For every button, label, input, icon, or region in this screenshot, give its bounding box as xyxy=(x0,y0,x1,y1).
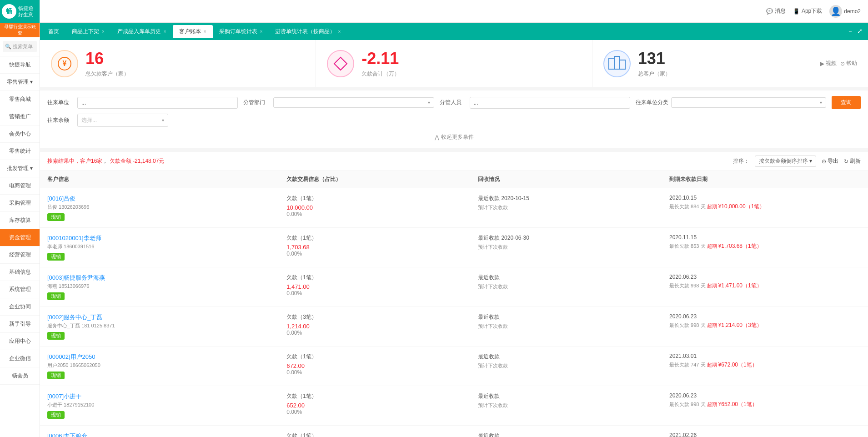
sidebar-item-basic-info[interactable]: 基础信息 xyxy=(0,264,40,281)
owing-amount-value: -2.11 xyxy=(361,49,400,68)
overdue-amount[interactable]: ¥652.00（1笔） xyxy=(718,401,758,407)
customer-name-link[interactable]: [000002]用户2050 xyxy=(47,353,286,361)
sidebar-item-system[interactable]: 系统管理 xyxy=(0,281,40,298)
search-button[interactable]: 查询 xyxy=(832,96,861,109)
sidebar-item-label: 系统管理 xyxy=(9,286,31,292)
sidebar-item-operations[interactable]: 经营管理 xyxy=(0,246,40,264)
debt-info-cell: 欠款（3笔） 1,214.00 0.00% xyxy=(286,313,478,336)
due-date: 2020.11.15 xyxy=(669,234,861,241)
sidebar-item-retail-mgmt[interactable]: 零售管理 ▾ xyxy=(0,74,40,91)
minimize-icon[interactable]: － xyxy=(847,27,853,35)
user-profile[interactable]: 👤 demo2 xyxy=(829,5,861,18)
collapse-button[interactable]: ⋀ 收起更多条件 xyxy=(47,131,861,143)
sidebar-item-corp-wechat[interactable]: 企业微信 xyxy=(0,350,40,367)
tab-customer-account[interactable]: 客户账本 × xyxy=(173,25,213,38)
recovery-next: 预计下次收款 xyxy=(478,204,669,211)
overdue-amount[interactable]: ¥672.00（1笔） xyxy=(718,362,758,368)
source-unit-input[interactable]: ... xyxy=(77,97,238,109)
sidebar-item-label: 快捷导航 xyxy=(9,61,31,68)
stat-card-info: 16 总欠款客户（家） xyxy=(85,49,129,78)
sidebar-item-retail-stats[interactable]: 零售统计 xyxy=(0,143,40,160)
sidebar-item-quick-nav[interactable]: 快捷导航 xyxy=(0,56,40,74)
close-icon[interactable]: × xyxy=(102,29,105,34)
message-icon: 💬 xyxy=(766,8,773,15)
customer-name-link[interactable]: [0002]服务中心_丁磊 xyxy=(47,313,286,321)
export-button[interactable]: ⊙ 导出 xyxy=(822,157,838,165)
overdue-amount[interactable]: ¥1,214.00（3笔） xyxy=(718,322,762,328)
sidebar-item-members[interactable]: 会员中心 xyxy=(0,126,40,143)
expand-icon[interactable]: ⤢ xyxy=(857,27,863,35)
debt-pct: 0.00% xyxy=(286,290,478,296)
tab-label: 采购订单统计表 xyxy=(219,28,257,35)
debt-count: 欠款（1笔） xyxy=(286,432,478,437)
svg-rect-5 xyxy=(620,60,625,69)
tab-inbound-stats[interactable]: 进货单统计表（按商品） × xyxy=(269,25,347,38)
customer-name-link[interactable]: [0016]吕俊 xyxy=(47,195,286,203)
debt-pct: 0.00% xyxy=(286,409,478,415)
result-info: 搜索结果中，客户16家， 欠款金额 -21,148.07元 xyxy=(47,157,164,165)
search-menu-button[interactable]: 🔍 搜索菜单 xyxy=(3,41,37,52)
owing-customers-icon: ¥ xyxy=(51,50,78,77)
collapse-label: 收起更多条件 xyxy=(441,133,474,141)
sidebar-item-label: 库存核算 xyxy=(9,217,31,223)
debt-amount: 1,703.68 xyxy=(286,244,478,251)
recovery-next: 预计下次收款 xyxy=(478,283,669,290)
customer-name-link[interactable]: [0007]小进干 xyxy=(47,392,286,401)
sidebar-item-corp-collab[interactable]: 企业协同 xyxy=(0,298,40,316)
category-select[interactable]: ▾ xyxy=(671,97,826,108)
customer-name-link[interactable]: [0006]去下粮仓 xyxy=(47,432,286,437)
sidebar-item-inventory[interactable]: 库存核算 xyxy=(0,212,40,229)
message-button[interactable]: 💬 消息 xyxy=(766,7,786,15)
overdue-amount[interactable]: ¥1,471.00（1笔） xyxy=(718,282,762,289)
refresh-button[interactable]: ↻ 刷新 xyxy=(844,157,861,165)
help-button[interactable]: ⊙ 帮助 xyxy=(840,60,857,67)
sidebar-item-vip-member[interactable]: 畅会员 xyxy=(0,367,40,385)
sort-select[interactable]: 按欠款金额倒序排序 ▾ xyxy=(755,156,816,167)
svg-text:¥: ¥ xyxy=(63,60,67,67)
stat-card-info: -2.11 欠款合计（万） xyxy=(361,49,400,78)
overdue-label: 超期 xyxy=(707,204,717,209)
sidebar-item-batch-mgmt[interactable]: 批发管理 ▾ xyxy=(0,160,40,177)
chevron-down-icon: ▾ xyxy=(30,79,33,85)
tab-product-history[interactable]: 产成品入库单历史 × xyxy=(111,25,173,38)
customer-name-link[interactable]: [0001020001]李老师 xyxy=(47,234,286,242)
recovery-next: 预计下次收款 xyxy=(478,362,669,369)
sidebar-item-ecommerce[interactable]: 电商管理 xyxy=(0,177,40,195)
app-download-button[interactable]: 📱 App下载 xyxy=(793,7,822,15)
overdue-amount[interactable]: ¥1,703.68（1笔） xyxy=(718,243,762,249)
sidebar-item-new-guide[interactable]: 新手引导 xyxy=(0,316,40,333)
recovery-cell: 最近收款 预计下次收款 xyxy=(478,313,669,330)
due-date: 2020.06.23 xyxy=(669,313,861,320)
video-icon: ▶ xyxy=(820,60,824,67)
balance-select[interactable]: 选择... ▾ xyxy=(77,114,168,127)
customer-contact: 小进干 18279152100 xyxy=(47,402,286,408)
page-content: ¥ 16 总欠款客户（家） -2.11 欠款合计（万） xyxy=(40,40,868,437)
sidebar-item-marketing[interactable]: 营销推广 xyxy=(0,108,40,126)
close-icon[interactable]: × xyxy=(260,29,263,34)
customer-name-link[interactable]: [0003]畅捷服务尹海燕 xyxy=(47,274,286,282)
close-icon[interactable]: × xyxy=(164,29,166,34)
tab-product-offshelf[interactable]: 商品上下架 × xyxy=(65,25,111,38)
sidebar-item-app-center[interactable]: 应用中心 xyxy=(0,333,40,350)
tab-home[interactable]: 首页 xyxy=(42,25,65,38)
video-button[interactable]: ▶ 视频 xyxy=(820,60,837,67)
close-icon[interactable]: × xyxy=(338,29,341,34)
customer-info-cell: [0003]畅捷服务尹海燕 海燕 18513066976 现销 xyxy=(47,274,286,300)
sidebar-item-retail-mall[interactable]: 零售商城 xyxy=(0,91,40,108)
debt-count: 欠款（1笔） xyxy=(286,353,478,361)
industry-label[interactable]: 母婴行业演示账套 xyxy=(0,23,40,37)
sidebar-item-label: 批发管理 xyxy=(7,165,29,171)
close-icon[interactable]: × xyxy=(204,29,206,34)
sidebar-item-finance[interactable]: 资金管理 xyxy=(0,229,40,246)
overdue-amount[interactable]: ¥10,000.00（1笔） xyxy=(718,203,765,210)
filter-row-1: 往来单位 ... 分管部门 ▾ 分管人员 ... xyxy=(47,96,861,109)
search-menu-label: 搜索菜单 xyxy=(13,43,33,50)
dept-select[interactable]: ▾ xyxy=(273,97,434,108)
customer-contact: 海燕 18513066976 xyxy=(47,283,286,290)
tab-purchase-stats[interactable]: 采购订单统计表 × xyxy=(213,25,269,38)
sidebar-item-purchase[interactable]: 采购管理 xyxy=(0,195,40,212)
col-due-date: 到期未收款日期 xyxy=(669,176,861,183)
refresh-label: 刷新 xyxy=(850,157,861,165)
person-input[interactable]: ... xyxy=(470,97,630,109)
recovery-cell: 最近收款 2020-10-15 预计下次收款 xyxy=(478,195,669,211)
